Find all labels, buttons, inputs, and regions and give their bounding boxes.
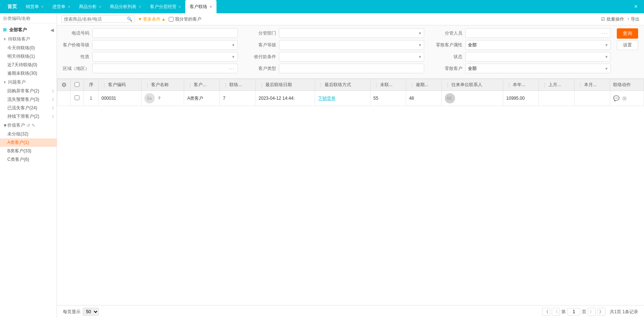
col-name[interactable]: ⋮ 客户名称 <box>141 79 184 91</box>
filter-retail-customer: 零散客户 全部 ▼ <box>436 64 611 73</box>
col-year-amount[interactable]: ⋮ 本年... <box>503 79 539 91</box>
nav-product-analysis-close[interactable]: × <box>99 4 101 9</box>
export-button[interactable]: ↑ 导出 <box>627 16 640 22</box>
sidebar-section-problem[interactable]: ▼ 问题客户 <box>0 78 57 87</box>
filter-phone-input[interactable] <box>92 28 238 38</box>
sidebar-item-today[interactable]: 今天待联络(0) <box>0 44 57 52</box>
last-page-button[interactable]: 》 <box>597 308 605 316</box>
col-divider-11: ⋮ <box>543 82 547 88</box>
filter-search-input[interactable] <box>64 17 127 22</box>
filter-mine-checkbox[interactable] <box>169 17 173 22</box>
col-last-date[interactable]: ⋮ 最后联络日期 <box>255 79 315 91</box>
refresh-icon[interactable]: ↺ <box>26 123 30 128</box>
select-all-checkbox[interactable] <box>75 82 79 87</box>
nav-product-analysis-list[interactable]: 商品分析列表 × <box>105 0 145 13</box>
filter-search-icon[interactable]: 🔍 <box>127 17 132 22</box>
edit-icon[interactable]: ✎ <box>32 123 35 128</box>
row-checkbox-cell[interactable] <box>71 91 84 106</box>
filter-price-level-select[interactable]: ▼ <box>92 40 238 50</box>
row-overdue: 48 <box>409 96 414 101</box>
filter-customer-level: 客户等级 ▼ <box>250 40 425 50</box>
row-last-method[interactable]: 下销货单 <box>318 96 336 101</box>
col-overdue[interactable]: ⋮ 逾期... <box>406 79 441 91</box>
chat-icon[interactable]: 💬 <box>613 95 619 101</box>
nav-sales-close[interactable]: × <box>41 4 43 9</box>
nav-customer-layer[interactable]: 客户分层经营 × <box>146 0 185 13</box>
filter-region-input[interactable]: ··· <box>92 64 238 73</box>
filter-manager: 分管人员 ··· <box>436 28 611 38</box>
sidebar-item-class-a[interactable]: A类客户(1) <box>0 138 57 147</box>
nav-customer-contact-close[interactable]: × <box>210 4 212 9</box>
table-settings-gear-icon[interactable]: ⚙ <box>61 82 67 88</box>
price-level-arrow-icon: ▼ <box>232 43 235 47</box>
page-number-input[interactable] <box>567 308 580 315</box>
filter-row-2: 客户价格等级 ▼ 客户等级 ▼ <box>63 40 611 50</box>
sidebar-item-repurchase-abnormal[interactable]: 回购异常客户(2) ℹ <box>0 87 57 95</box>
sidebar-item-churned[interactable]: 已流失客户(24) ℹ <box>0 104 57 112</box>
col-last-method[interactable]: ⋮ 最后联络方式 <box>315 79 370 91</box>
sidebar-item-churn-warning[interactable]: 流失预警客户(3) ℹ <box>0 95 57 104</box>
filter-region: 区域（地区） ··· <box>63 64 238 73</box>
filter-more-conditions[interactable]: ▼ 更多条件 ▲ <box>138 16 166 22</box>
sidebar-item-class-c[interactable]: C类客户(6) <box>0 155 57 164</box>
nav-purchase[interactable]: 进货单 × <box>48 0 74 13</box>
sidebar-item-7days[interactable]: 近7天待联络(0) <box>0 61 57 69</box>
row-name[interactable]: ？ <box>157 95 161 102</box>
col-contact-count[interactable]: ⋮ 联络... <box>220 79 255 91</box>
filter-manager-input[interactable]: ··· <box>465 28 611 38</box>
next-page-button[interactable]: 〉 <box>588 308 596 316</box>
sidebar-item-tomorrow[interactable]: 明天待联络(1) <box>0 52 57 61</box>
sidebar-item-declining[interactable]: 持续下滑客户(2) ℹ <box>0 112 57 121</box>
retail-attr-arrow-icon: ▼ <box>605 43 608 47</box>
filter-payment-select[interactable]: ▼ <box>279 52 425 61</box>
col-code[interactable]: ⋮ 客户编码 <box>99 79 142 91</box>
filter-nature-select[interactable]: ▼ <box>92 52 238 61</box>
first-page-button[interactable]: 《 <box>542 308 550 316</box>
sidebar-collapse-icon[interactable]: ◀ <box>50 28 54 33</box>
sidebar-item-ungrouped[interactable]: 未分组(32) <box>0 130 57 138</box>
nav-sales[interactable]: 销货单 × <box>21 0 48 13</box>
per-page-select[interactable]: 50 <box>83 308 99 316</box>
nav-product-analysis-list-close[interactable]: × <box>139 4 141 9</box>
filter-status-select[interactable]: ▼ <box>465 52 611 61</box>
col-this-month[interactable]: ⋮ 本月... <box>575 79 610 91</box>
filter-row-4: 区域（地区） ··· 客户类型 <box>63 64 611 73</box>
filter-customer-type-input[interactable] <box>279 64 425 73</box>
nav-product-analysis[interactable]: 商品分析 × <box>75 0 105 13</box>
row-uncontacted: 55 <box>373 96 378 101</box>
sidebar-section-value[interactable]: ▼ 价值客户 ↺ ✎ <box>0 121 57 130</box>
query-button[interactable]: 查询 <box>617 28 638 39</box>
filter-retail-attr-select[interactable]: 全部 ▼ <box>465 40 611 50</box>
filter-manager-label: 分管人员 <box>436 30 465 36</box>
window-close-button[interactable]: × <box>631 1 641 12</box>
filter-dept-select[interactable]: ▼ <box>279 28 425 38</box>
col-uncontacted[interactable]: ⋮ 未联... <box>370 79 406 91</box>
settings-button[interactable]: 设置 <box>617 40 638 50</box>
col-last-month[interactable]: ⋮ 上月... <box>539 79 575 91</box>
row-settings-cell <box>57 91 71 106</box>
qr-icon[interactable]: ⊞ <box>622 95 627 101</box>
prev-page-button[interactable]: 〈 <box>552 308 560 316</box>
filter-my-customers[interactable]: 我分管的客户 <box>169 16 201 22</box>
filter-icon: ▼ <box>138 17 142 22</box>
col-level[interactable]: ⋮ 客户... <box>184 79 220 91</box>
num-label: 序 <box>89 82 93 87</box>
sidebar-search-input[interactable] <box>3 16 57 21</box>
nav-customer-contact[interactable]: 客户联络 × <box>185 0 216 13</box>
col-checkbox[interactable] <box>71 79 84 91</box>
col-contact-person[interactable]: ⋮ 往来单位联系人 <box>441 79 503 91</box>
filter-retail-customer-select[interactable]: 全部 ▼ <box>465 64 611 73</box>
sidebar-item-overdue[interactable]: 逾期未联络(30) <box>0 69 57 78</box>
nav-purchase-close[interactable]: × <box>68 4 70 9</box>
col-settings[interactable]: ⚙ <box>57 79 71 91</box>
nav-customer-layer-close[interactable]: × <box>179 4 181 9</box>
contact-person-avatar: RE. <box>445 93 455 103</box>
row-checkbox[interactable] <box>75 95 79 100</box>
batch-operation-button[interactable]: ☑ 批量操作 <box>601 16 624 22</box>
sidebar-item-class-b[interactable]: B类客户(33) <box>0 147 57 155</box>
filter-customer-level-select[interactable]: ▼ <box>279 40 425 50</box>
sidebar-section-pending[interactable]: ▼ 待联络客户 <box>0 35 57 44</box>
nav-home[interactable]: 首页 <box>3 0 21 13</box>
problem-arrow: ▼ <box>3 80 7 84</box>
table-row: 1 000031 Ea ？ A类客户 <box>57 91 644 106</box>
